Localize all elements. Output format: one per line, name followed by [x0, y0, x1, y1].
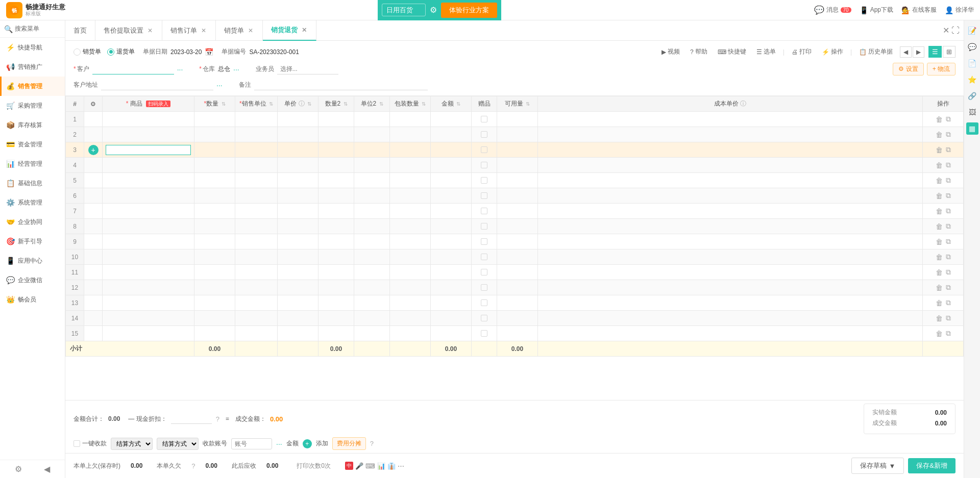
mic-icon[interactable]: 🎤 [355, 462, 363, 470]
gift-cell-10[interactable] [472, 249, 497, 265]
goods-cell-7[interactable] [103, 204, 194, 219]
copy-row-1[interactable]: ⧉ [946, 115, 951, 123]
cost-price-cell-15[interactable] [538, 326, 923, 341]
sidebar-item-enterprise-wechat[interactable]: 💬企业微信 [0, 270, 65, 290]
messages-btn[interactable]: 💬 消息 70 [814, 5, 851, 15]
keyboard-icon2[interactable]: ⌨ [365, 462, 375, 470]
operation-btn[interactable]: ⚡ 操作 [819, 46, 846, 58]
row-settings-1[interactable] [84, 112, 103, 127]
help-icon2[interactable]: ? [191, 462, 195, 470]
cost-price-cell-7[interactable] [538, 204, 923, 219]
table-view-btn[interactable]: ☰ [928, 46, 942, 58]
price-cell-6[interactable] [278, 188, 318, 204]
row-settings-14[interactable] [84, 311, 103, 326]
add-logistics-btn[interactable]: + 物流 [927, 63, 955, 76]
unit-cell-3[interactable] [235, 142, 278, 158]
pack-qty-sort-icon[interactable]: ⇅ [422, 101, 426, 107]
unit2-cell-1[interactable] [354, 112, 390, 127]
gift-cell-13[interactable] [472, 295, 497, 311]
unit-cell-7[interactable] [235, 204, 278, 219]
available-cell-14[interactable] [497, 311, 538, 326]
gift-cell-11[interactable] [472, 265, 497, 280]
qty2-cell-9[interactable] [318, 234, 354, 249]
radio-return[interactable]: 退货单 [107, 47, 135, 56]
gift-cell-3[interactable] [472, 142, 497, 158]
more-icon[interactable]: ⋯ [398, 462, 404, 470]
qty-sort-icon[interactable]: ⇅ [222, 101, 226, 107]
qty2-cell-13[interactable] [318, 295, 354, 311]
select-btn[interactable]: ☰ 选单 [753, 46, 779, 58]
qty-cell-11[interactable] [194, 265, 235, 280]
price-cell-11[interactable] [278, 265, 318, 280]
pack-qty-cell-4[interactable] [390, 158, 431, 173]
goods-cell-10[interactable] [103, 249, 194, 265]
qty-cell-5[interactable] [194, 173, 235, 188]
sidebar-settings-icon[interactable]: ⚙ [15, 464, 22, 474]
delete-row-7[interactable]: 🗑 [936, 207, 943, 215]
row-settings-9[interactable] [84, 234, 103, 249]
right-panel-photo-icon[interactable]: 🖼 [966, 106, 978, 118]
available-cell-11[interactable] [497, 265, 538, 280]
online-service-btn[interactable]: 💁 在线客服 [901, 6, 937, 14]
pack-qty-cell-9[interactable] [390, 234, 431, 249]
cost-price-cell-10[interactable] [538, 249, 923, 265]
billing-method-select[interactable]: 结算方式 [157, 438, 199, 450]
unit2-cell-12[interactable] [354, 280, 390, 295]
copy-row-7[interactable]: ⧉ [946, 207, 951, 215]
table-icon[interactable]: 📊 [377, 462, 385, 470]
row-settings-4[interactable] [84, 158, 103, 173]
cost-price-cell-14[interactable] [538, 311, 923, 326]
amount-cell-13[interactable] [431, 295, 472, 311]
qty-cell-4[interactable] [194, 158, 235, 173]
fee-split-btn[interactable]: 费用分摊 [332, 437, 366, 450]
pack-qty-cell-7[interactable] [390, 204, 431, 219]
amount-cell-10[interactable] [431, 249, 472, 265]
shortcut-btn[interactable]: ⌨ 快捷键 [715, 46, 749, 58]
save-draft-btn[interactable]: 保存草稿 ▼ [851, 458, 904, 474]
available-cell-6[interactable] [497, 188, 538, 204]
delete-row-14[interactable]: 🗑 [936, 314, 943, 322]
gift-cell-6[interactable] [472, 188, 497, 204]
delete-row-13[interactable]: 🗑 [936, 299, 943, 307]
amount-cell-5[interactable] [431, 173, 472, 188]
qty-cell-15[interactable] [194, 326, 235, 341]
delete-row-10[interactable]: 🗑 [936, 253, 943, 261]
row-settings-3[interactable]: + [84, 142, 103, 158]
gift-checkbox-13[interactable] [481, 299, 487, 306]
user-profile[interactable]: 👤 徐泽华 [945, 6, 974, 14]
sidebar-item-member[interactable]: 👑畅会员 [0, 290, 65, 309]
unit-cell-1[interactable] [235, 112, 278, 127]
qty2-cell-2[interactable] [318, 127, 354, 142]
goods-input-${rowNum}[interactable] [106, 145, 191, 155]
print-btn[interactable]: 🖨 打印 [789, 46, 815, 58]
tab-close-sale-return[interactable]: ✕ [301, 26, 308, 35]
pack-qty-cell-2[interactable] [390, 127, 431, 142]
app-download-btn[interactable]: 📱 App下载 [860, 6, 893, 14]
goods-cell-6[interactable] [103, 188, 194, 204]
goods-cell-14[interactable] [103, 311, 194, 326]
unit-cell-14[interactable] [235, 311, 278, 326]
qty-cell-8[interactable] [194, 219, 235, 234]
delete-row-4[interactable]: 🗑 [936, 161, 943, 169]
gift-cell-5[interactable] [472, 173, 497, 188]
price-cell-8[interactable] [278, 219, 318, 234]
price-cell-2[interactable] [278, 127, 318, 142]
tab-close-sale-price[interactable]: ✕ [146, 26, 154, 35]
available-cell-3[interactable] [497, 142, 538, 158]
warehouse-select-btn[interactable]: ··· [233, 65, 239, 73]
save-new-btn[interactable]: 保存&新增 [908, 458, 955, 473]
sidebar-item-enterprise[interactable]: 🤝企业协同 [0, 212, 65, 232]
gift-cell-14[interactable] [472, 311, 497, 326]
amount-cell-15[interactable] [431, 326, 472, 341]
delete-row-2[interactable]: 🗑 [936, 131, 943, 139]
available-cell-15[interactable] [497, 326, 538, 341]
amount-cell-12[interactable] [431, 280, 472, 295]
row-settings-6[interactable] [84, 188, 103, 204]
gift-checkbox-14[interactable] [481, 315, 487, 321]
price-cell-14[interactable] [278, 311, 318, 326]
right-panel-star-icon[interactable]: ⭐ [966, 73, 978, 86]
amount-cell-1[interactable] [431, 112, 472, 127]
unit2-cell-15[interactable] [354, 326, 390, 341]
qty2-cell-7[interactable] [318, 204, 354, 219]
price-info-icon[interactable]: ⓘ [299, 100, 305, 107]
